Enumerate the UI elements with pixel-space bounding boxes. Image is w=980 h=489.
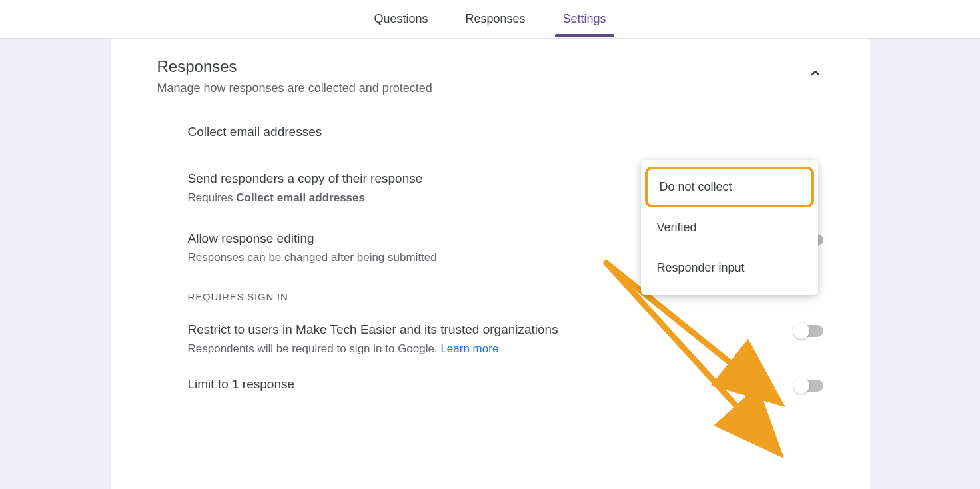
learn-more-link[interactable]: Learn more (440, 342, 498, 355)
help-prefix: Requires (188, 191, 237, 204)
setting-help: Requires Collect email addresses (188, 191, 423, 205)
tab-responses[interactable]: Responses (462, 1, 528, 37)
tab-questions[interactable]: Questions (371, 1, 430, 37)
toggle-limit[interactable] (795, 380, 823, 392)
section-header: Responses Manage how responses are colle… (157, 57, 823, 95)
tab-settings[interactable]: Settings (560, 1, 609, 37)
setting-text: Send responders a copy of their response… (188, 171, 423, 205)
setting-label: Restrict to users in Make Tech Easier an… (188, 322, 558, 337)
dropdown-item-do-not-collect[interactable]: Do not collect (645, 167, 814, 207)
setting-label: Collect email addresses (188, 125, 322, 139)
setting-text: Limit to 1 response (188, 377, 295, 397)
setting-text: Restrict to users in Make Tech Easier an… (188, 322, 558, 356)
dropdown-item-verified[interactable]: Verified (641, 207, 818, 248)
setting-limit: Limit to 1 response (188, 377, 823, 397)
help-bold: Collect email addresses (236, 191, 365, 204)
toggle-restrict[interactable] (795, 325, 823, 337)
tabs-bar: Questions Responses Settings (0, 0, 980, 39)
setting-restrict: Restrict to users in Make Tech Easier an… (188, 322, 823, 356)
setting-label: Limit to 1 response (188, 377, 295, 392)
setting-help: Respondents will be required to sign in … (188, 342, 558, 356)
setting-label: Allow response editing (188, 231, 437, 246)
settings-card: Responses Manage how responses are colle… (111, 39, 870, 489)
chevron-up-icon[interactable] (807, 65, 823, 84)
section-title: Responses (157, 57, 432, 76)
setting-help: Responses can be changed after being sub… (188, 251, 437, 264)
section-header-text: Responses Manage how responses are colle… (157, 57, 432, 95)
setting-text: Allow response editing Responses can be … (188, 231, 437, 264)
help-prefix: Respondents will be required to sign in … (188, 342, 441, 355)
setting-collect-email: Collect email addresses (188, 125, 823, 145)
setting-text: Collect email addresses (188, 125, 322, 145)
setting-label: Send responders a copy of their response (188, 171, 423, 186)
section-subtitle: Manage how responses are collected and p… (157, 81, 432, 95)
collect-email-dropdown: Do not collect Verified Responder input (641, 160, 818, 295)
dropdown-item-responder-input[interactable]: Responder input (641, 248, 818, 288)
